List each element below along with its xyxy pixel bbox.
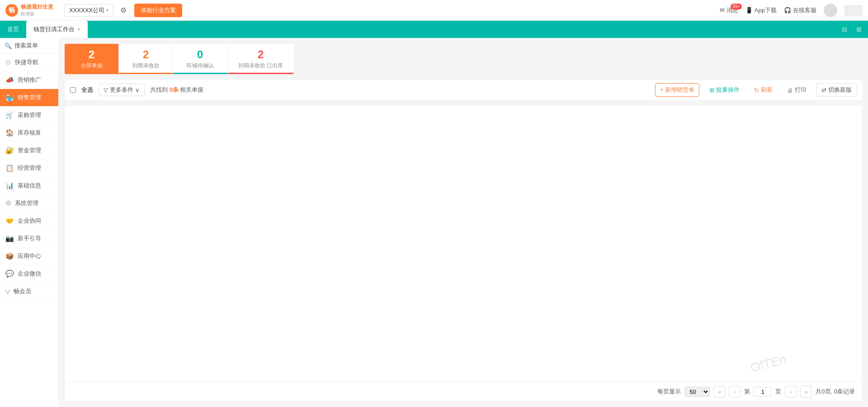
toolbar-right: + 新增销货单 ⊞ 批量操作 ↻ 刷新 🖨 打印 ⇄ 切换新版 (655, 83, 857, 97)
window-shrink-button[interactable]: ⊟ (839, 24, 850, 35)
user-avatar[interactable] (824, 4, 837, 17)
sidebar-item-system-label: 系统管理 (15, 199, 38, 207)
company-name: XXXXXX公司 (69, 6, 104, 14)
per-page-label: 每页显示 (657, 388, 681, 396)
quick-nav-icon: ⊙ (5, 58, 11, 66)
message-badge: 99+ (731, 4, 742, 9)
sidebar-item-cooperation-label: 企业协同 (18, 217, 41, 225)
logo-text: 畅捷通好生意 标准版 (21, 3, 53, 17)
sidebar-item-marketing[interactable]: 📣 营销推广 (0, 71, 58, 89)
mobile-icon: 📱 (745, 7, 753, 14)
sidebar-search[interactable]: 🔍 搜索菜单 (0, 38, 58, 54)
filter-label: 更多条件 (110, 86, 133, 94)
sidebar-item-sales[interactable]: 🏪 销售管理 (0, 89, 58, 107)
found-count: 0条 (170, 86, 179, 93)
sidebar-item-purchase-label: 采购管理 (18, 111, 41, 119)
sidebar-item-purchase[interactable]: 🛒 采购管理 (0, 107, 58, 124)
stat-label-pending: 旺铺待确认 (187, 62, 214, 70)
select-all-label: 全选 (81, 86, 93, 94)
sidebar-item-finance-label: 资金管理 (18, 146, 41, 154)
stats-tabs: 2 全部单据 2 到期未收款 0 旺铺待确认 2 到期未收款 已出库 (64, 43, 294, 75)
first-page-button[interactable]: « (713, 386, 725, 398)
sidebar-item-vip[interactable]: V 畅会员 (0, 283, 58, 300)
sidebar-item-app-center[interactable]: 📦 应用中心 (0, 248, 58, 265)
sales-icon: 🏪 (5, 94, 14, 102)
vip-icon: V (5, 288, 10, 295)
message-action[interactable]: ✉ 消息 99+ (720, 6, 738, 14)
try-industry-button[interactable]: 体验行业方案 (134, 4, 182, 17)
tab-home[interactable]: 首页 (0, 21, 26, 38)
content-area: 2 全部单据 2 到期未收款 0 旺铺待确认 2 到期未收款 已出库 全选 (59, 38, 868, 407)
guide-icon: 📷 (5, 234, 14, 243)
stat-label-overdue: 到期未收款 (132, 62, 160, 70)
online-service-action[interactable]: 🎧 在线客服 (784, 6, 816, 14)
sidebar-item-sales-label: 销售管理 (18, 94, 41, 102)
last-page-button[interactable]: » (800, 386, 812, 398)
company-selector[interactable]: XXXXXX公司 ▾ (64, 4, 113, 17)
purchase-icon: 🛒 (5, 111, 14, 119)
window-expand-button[interactable]: ⊞ (854, 24, 864, 35)
prev-page-button[interactable]: ‹ (729, 386, 741, 398)
sidebar-item-guide[interactable]: 📷 新手引导 (0, 230, 58, 248)
print-button[interactable]: 🖨 打印 (783, 84, 811, 96)
app-center-icon: 📦 (5, 252, 14, 260)
sidebar-item-operations-label: 经营管理 (18, 164, 41, 172)
batch-btn-label: 批量操作 (716, 86, 740, 94)
sidebar-item-system[interactable]: ⚙ 系统管理 (0, 195, 58, 212)
logo-icon: 畅 (5, 4, 18, 17)
sidebar-item-quick-nav[interactable]: ⊙ 快捷导航 (0, 54, 58, 71)
nav-tabs: 首页 钱货日清工作台 × ⊟ ⊞ (0, 21, 868, 38)
sidebar-item-cooperation[interactable]: 🤝 企业协同 (0, 212, 58, 230)
batch-icon: ⊞ (709, 87, 714, 94)
found-prefix: 共找到 (150, 86, 168, 93)
sidebar-item-finance[interactable]: 🔐 资金管理 (0, 142, 58, 159)
select-all-checkbox[interactable] (70, 87, 76, 93)
online-service-label: 在线客服 (793, 6, 816, 14)
logo-name: 畅捷通好生意 (21, 3, 53, 11)
settings-icon[interactable]: ⚙ (117, 4, 130, 17)
stat-tab-overdue-shipped[interactable]: 2 到期未收款 已出库 (227, 44, 294, 74)
sidebar-item-vip-label: 畅会员 (14, 287, 31, 295)
tab-close-icon[interactable]: × (77, 26, 80, 33)
stat-tab-all[interactable]: 2 全部单据 (65, 44, 119, 74)
sidebar-item-marketing-label: 营销推广 (18, 76, 41, 84)
table-area: 每页显示 50 10 20 100 « ‹ 第 页 › » 共0页, 0条记录 (64, 105, 863, 402)
pagination: 每页显示 50 10 20 100 « ‹ 第 页 › » 共0页, 0条记录 (65, 382, 862, 401)
stat-num-all: 2 (89, 48, 94, 61)
system-icon: ⚙ (5, 199, 11, 207)
page-label: 第 (744, 388, 750, 396)
sidebar-item-inventory-label: 库存核算 (18, 129, 41, 137)
sidebar-item-wechat[interactable]: 💬 企业微信 (0, 265, 58, 283)
per-page-select[interactable]: 50 10 20 100 (684, 387, 710, 397)
next-page-button[interactable]: › (785, 386, 797, 398)
logo-badge: 标准版 (21, 11, 53, 17)
user-name-placeholder[interactable] (844, 5, 863, 16)
cooperation-icon: 🤝 (5, 217, 14, 225)
filter-button[interactable]: ▽ 更多条件 ∨ (99, 84, 145, 96)
switch-icon: ⇄ (821, 87, 826, 94)
stat-tab-overdue[interactable]: 2 到期未收款 (119, 44, 173, 74)
page-number-input[interactable] (754, 387, 772, 397)
tab-cashflow[interactable]: 钱货日清工作台 × (26, 21, 88, 38)
header-right: ✉ 消息 99+ 📱 App下载 🎧 在线客服 (720, 4, 863, 17)
batch-operation-button[interactable]: ⊞ 批量操作 (705, 84, 744, 96)
sidebar-item-operations[interactable]: 📋 经营管理 (0, 159, 58, 177)
sidebar-item-quick-nav-label: 快捷导航 (15, 58, 38, 66)
refresh-button[interactable]: ↻ 刷新 (750, 84, 777, 96)
sidebar-item-wechat-label: 企业微信 (18, 270, 41, 278)
marketing-icon: 📣 (5, 76, 14, 84)
service-icon: 🎧 (784, 7, 791, 14)
app-download-action[interactable]: 📱 App下载 (745, 6, 777, 14)
sidebar-item-inventory[interactable]: 🏠 库存核算 (0, 124, 58, 142)
tab-cashflow-label: 钱货日清工作台 (33, 25, 75, 33)
sidebar-item-base-info[interactable]: 📊 基础信息 (0, 177, 58, 195)
add-sales-order-button[interactable]: + 新增销货单 (655, 83, 699, 97)
sidebar-search-label: 搜索菜单 (14, 42, 38, 50)
switch-version-button[interactable]: ⇄ 切换新版 (816, 83, 857, 97)
company-arrow: ▾ (106, 8, 108, 13)
table-empty-state (65, 106, 862, 382)
page-suffix: 页 (775, 388, 781, 396)
stat-tab-pending[interactable]: 0 旺铺待确认 (173, 44, 227, 74)
print-btn-label: 打印 (795, 86, 807, 94)
sidebar-item-guide-label: 新手引导 (18, 234, 41, 243)
